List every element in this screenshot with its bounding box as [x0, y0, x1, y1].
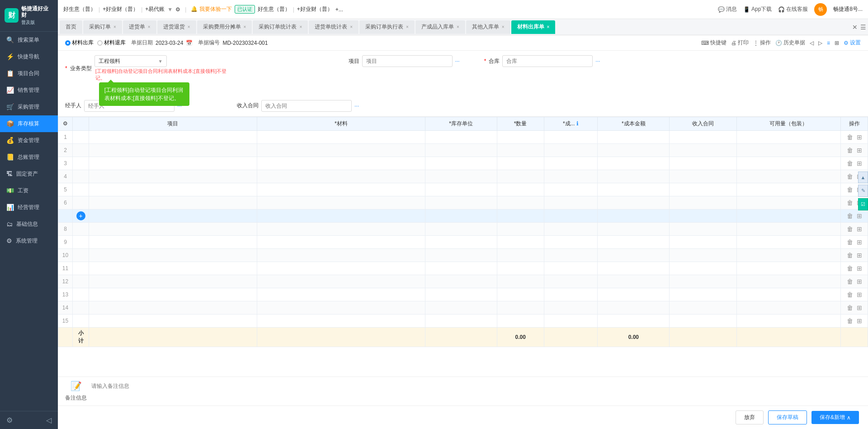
right-panel-btn-1[interactable]: ▲ — [858, 172, 868, 183]
copy-btn[interactable]: ⊞ — [855, 211, 864, 220]
delete-btn[interactable]: 🗑 — [845, 198, 855, 207]
topbar-biz-link[interactable]: 好生意（普） — [258, 5, 290, 13]
view-grid[interactable]: ⊞ — [835, 40, 839, 46]
tab-purchase-expense[interactable]: 采购费用分摊单 × — [197, 20, 252, 34]
topbar-settings-btn[interactable]: ⚙ — [175, 6, 180, 13]
tab-home[interactable]: 首页 — [60, 20, 82, 34]
sidebar-item-sales[interactable]: 📈 销售管理 — [0, 82, 58, 99]
table-settings-col[interactable]: ⚙ — [58, 117, 73, 130]
warehouse-input[interactable] — [502, 55, 593, 67]
app-download-btn[interactable]: 📱 App下载 — [743, 5, 772, 13]
topbar-trial-btn[interactable]: 🔔 我要体验一下 — [191, 5, 231, 13]
warehouse-dots[interactable]: ··· — [595, 58, 600, 64]
tab-close-receipt-stat[interactable]: × — [350, 24, 353, 29]
delete-btn[interactable]: 🗑 — [845, 264, 855, 273]
view-list[interactable]: ≡ — [827, 40, 830, 46]
delete-btn[interactable]: 🗑 — [845, 146, 855, 155]
shortcut-btn[interactable]: ⌨ 快捷键 — [701, 39, 726, 47]
tab-purchase-exec[interactable]: 采购订单执行表 × — [359, 20, 415, 34]
tab-purchase-order[interactable]: 采购订单 × — [83, 20, 122, 34]
sidebar-item-inventory[interactable]: 📦 库存核算 — [0, 115, 58, 132]
delete-btn[interactable]: 🗑 — [845, 172, 855, 181]
tab-close-finished-goods[interactable]: × — [457, 24, 459, 29]
income-contract-dots[interactable]: ··· — [354, 103, 359, 109]
copy-btn[interactable]: ⊞ — [855, 238, 864, 247]
project-dots[interactable]: ··· — [455, 58, 460, 64]
settings-icon[interactable]: ⚙ — [6, 416, 13, 424]
copy-btn[interactable]: ⊞ — [855, 251, 864, 260]
topbar-plus-link[interactable]: +好业财（普） — [297, 5, 333, 13]
right-panel-btn-3[interactable]: ☑ — [858, 198, 868, 210]
discard-button[interactable]: 放弃 — [736, 410, 764, 424]
print-btn[interactable]: 🖨 打印 — [731, 39, 749, 47]
user-avatar[interactable]: 畅 — [814, 3, 827, 16]
tab-close-purchase-exec[interactable]: × — [406, 24, 409, 29]
tab-menu[interactable]: ☰ — [860, 24, 866, 31]
tab-close-purchase-stat[interactable]: × — [299, 24, 302, 29]
topbar-more[interactable]: +... — [335, 6, 343, 13]
delete-btn[interactable]: 🗑 — [845, 277, 855, 286]
tab-close-purchase-receipt[interactable]: × — [148, 24, 151, 29]
delete-btn[interactable]: 🗑 — [845, 316, 855, 325]
project-input[interactable] — [362, 55, 453, 67]
copy-btn[interactable]: ⊞ — [855, 277, 864, 286]
sidebar-item-system[interactable]: ⚙ 系统管理 — [0, 233, 58, 249]
nav-next[interactable]: ▷ — [818, 40, 822, 46]
settings-btn[interactable]: ⚙ 设置 — [844, 39, 861, 47]
nav-prev[interactable]: ◁ — [810, 40, 814, 46]
copy-btn[interactable]: ⊞ — [855, 316, 864, 325]
tab-purchase-return[interactable]: 进货退货 × — [157, 20, 196, 34]
sidebar-item-payroll[interactable]: 💵 工资 — [0, 182, 58, 199]
tab-close-all[interactable]: ✕ — [852, 24, 858, 31]
delete-btn[interactable]: 🗑 — [845, 238, 855, 247]
tab-close-purchase-return[interactable]: × — [188, 24, 190, 29]
copy-btn[interactable]: ⊞ — [855, 264, 864, 273]
copy-btn[interactable]: ⊞ — [855, 303, 864, 312]
calendar-icon[interactable]: 📅 — [186, 40, 193, 46]
tab-other-receipt[interactable]: 其他入库单 × — [466, 20, 510, 34]
tab-receipt-stat[interactable]: 进货单统计表 × — [309, 20, 359, 34]
delete-btn[interactable]: 🗑 — [845, 211, 855, 220]
tab-material-issue[interactable]: 材料出库单 × — [511, 20, 556, 34]
radio-material-issue[interactable]: 材料出库 — [65, 39, 94, 47]
topbar-nav-proxy[interactable]: +易代账 — [145, 5, 165, 13]
info-icon[interactable]: ℹ — [576, 120, 579, 127]
delete-btn[interactable]: 🗑 — [845, 251, 855, 260]
sidebar-item-ops[interactable]: 📊 经营管理 — [0, 199, 58, 216]
sidebar-item-assets[interactable]: 🏗 固定资产 — [0, 166, 58, 182]
copy-btn[interactable]: ⊞ — [855, 133, 864, 142]
collapse-icon[interactable]: ◁ — [46, 416, 52, 424]
tab-purchase-receipt[interactable]: 进货单 × — [123, 20, 156, 34]
sidebar-item-search[interactable]: 🔍 搜索菜单 — [0, 32, 58, 48]
delete-btn[interactable]: 🗑 — [845, 159, 855, 168]
radio-material-return[interactable]: 材料退库 — [97, 39, 126, 47]
copy-btn[interactable]: ⊞ — [855, 159, 864, 168]
income-contract-input[interactable] — [261, 100, 352, 112]
tab-purchase-stat[interactable]: 采购订单统计表 × — [253, 20, 308, 34]
copy-btn[interactable]: ⊞ — [855, 224, 864, 234]
topbar-nav-good-biz[interactable]: 好生意（普） — [63, 5, 96, 13]
copy-btn[interactable]: ⊞ — [855, 146, 864, 155]
topbar-nav-good-finance[interactable]: +好业财（普） — [103, 5, 138, 13]
delete-btn[interactable]: 🗑 — [845, 133, 855, 142]
delete-btn[interactable]: 🗑 — [845, 303, 855, 312]
tab-finished-goods[interactable]: 产成品入库单 × — [415, 20, 465, 34]
operate-btn[interactable]: ⋮ 操作 — [753, 39, 771, 47]
sidebar-item-quick-nav[interactable]: ⚡ 快捷导航 — [0, 48, 58, 65]
copy-btn[interactable]: ⊞ — [855, 290, 864, 299]
sidebar-item-purchase[interactable]: 🛒 采购管理 — [0, 99, 58, 115]
right-panel-btn-2[interactable]: ✎ — [858, 185, 868, 197]
add-row-input-1[interactable] — [92, 213, 254, 219]
sidebar-item-project[interactable]: 📋 项目合同 — [0, 65, 58, 82]
online-service-btn[interactable]: 🎧 在线客服 — [778, 5, 808, 13]
add-row-input-2[interactable] — [260, 213, 422, 219]
delete-btn[interactable]: 🗑 — [845, 290, 855, 299]
tab-close-other-receipt[interactable]: × — [502, 24, 505, 29]
tab-close-purchase-expense[interactable]: × — [244, 24, 246, 29]
sidebar-item-accounting[interactable]: 📒 总账管理 — [0, 149, 58, 166]
delete-btn[interactable]: 🗑 — [845, 185, 855, 194]
sidebar-item-basic[interactable]: 🗂 基础信息 — [0, 216, 58, 233]
add-row-btn[interactable]: + — [76, 211, 85, 220]
notes-input[interactable] — [91, 381, 861, 397]
save-new-button[interactable]: 保存&新增 ∧ — [811, 411, 859, 424]
